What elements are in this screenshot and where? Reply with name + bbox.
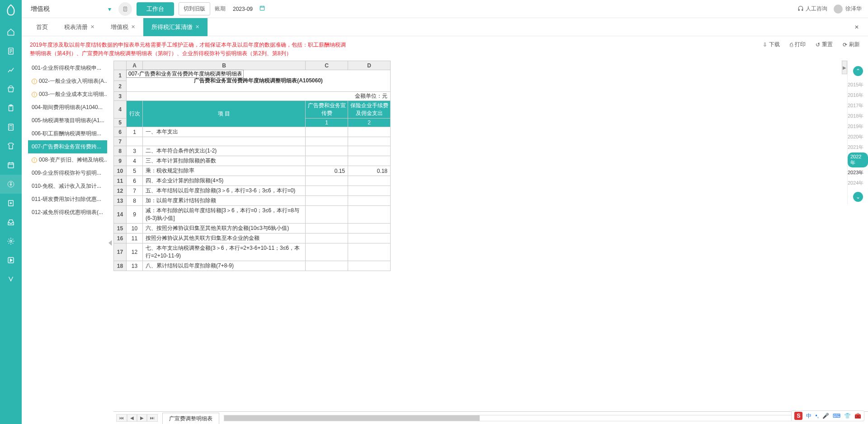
form-list-item[interactable]: 006-职工薪酬纳税调整明细... — [28, 127, 107, 140]
form-list-item[interactable]: !002-一般企业收入明细表(A... — [28, 75, 107, 88]
download-button[interactable]: ⇩下载 — [763, 41, 780, 48]
nav-clipboard-icon[interactable] — [0, 99, 22, 118]
nav-calc-icon[interactable] — [0, 118, 22, 137]
col-header[interactable]: D — [348, 61, 391, 70]
nav-v-icon[interactable] — [0, 270, 22, 289]
row-header[interactable]: 13 — [114, 196, 127, 206]
form-list-item[interactable]: 011-研发费用加计扣除优惠... — [28, 193, 107, 206]
nav-doc-icon[interactable] — [0, 42, 22, 61]
value-cell-c[interactable] — [306, 186, 348, 196]
value-cell-d[interactable] — [348, 156, 391, 166]
col-header[interactable]: A — [127, 61, 143, 70]
year-scroll-up-icon[interactable]: ⌃ — [853, 66, 863, 76]
row-header[interactable]: 12 — [114, 186, 127, 196]
sheet-last-icon[interactable]: ⏭ — [147, 414, 158, 422]
year-item[interactable]: 2024年 — [848, 178, 868, 188]
year-item[interactable]: 2020年 — [848, 132, 868, 142]
circle-doc-button[interactable] — [118, 2, 132, 16]
reset-button[interactable]: ↺重置 — [816, 41, 833, 48]
tab-settlement[interactable]: 所得税汇算清缴✕ — [143, 18, 208, 36]
form-list-item[interactable]: 007-广告费和业务宣传费跨... — [28, 140, 107, 153]
tab-vat[interactable]: 增值税✕ — [103, 18, 143, 36]
row-header[interactable]: 9 — [114, 156, 127, 166]
ime-toolbar[interactable]: S 中 •, 🎤 ⌨ 👕 🧰 — [791, 410, 864, 421]
value-cell-c[interactable] — [306, 176, 348, 186]
value-cell-c[interactable] — [306, 233, 348, 243]
row-header[interactable]: 7 — [114, 137, 127, 146]
sheet-first-icon[interactable]: ⏮ — [116, 414, 127, 422]
row-header[interactable]: 4 — [114, 101, 127, 119]
year-item[interactable]: 2017年 — [848, 100, 868, 111]
row-header[interactable]: 8 — [114, 146, 127, 156]
value-cell-d[interactable] — [348, 206, 391, 224]
value-cell-c[interactable]: 0.15 — [306, 166, 348, 176]
calendar-icon[interactable] — [259, 5, 265, 13]
value-cell-c[interactable] — [306, 196, 348, 206]
year-scroll-down-icon[interactable]: ⌄ — [853, 192, 863, 202]
sidebar-collapse-handle[interactable]: ◀ — [107, 61, 113, 424]
col-header[interactable]: C — [306, 61, 348, 70]
value-cell-d[interactable] — [348, 176, 391, 186]
year-item[interactable]: 2023年 — [848, 167, 868, 178]
year-item[interactable]: 2019年 — [848, 121, 868, 132]
form-list-item[interactable]: !008-资产折旧、摊销及纳税... — [28, 153, 107, 167]
consult-link[interactable]: 人工咨询 — [797, 5, 827, 13]
nav-bag-icon[interactable] — [0, 80, 22, 99]
tab-tax-list[interactable]: 税表清册✕ — [56, 18, 103, 36]
year-item[interactable]: 2016年 — [848, 90, 868, 100]
name-box-input[interactable] — [126, 70, 244, 78]
nav-export-icon[interactable] — [0, 194, 22, 213]
value-cell-c[interactable] — [306, 206, 348, 224]
tab-home[interactable]: 首页 — [28, 18, 56, 36]
value-cell-d[interactable] — [348, 127, 391, 137]
value-cell-d[interactable] — [348, 186, 391, 196]
ime-keyboard-icon[interactable]: ⌨ — [833, 413, 840, 419]
nav-calendar-icon[interactable] — [0, 156, 22, 175]
close-icon[interactable]: ✕ — [90, 24, 94, 30]
row-header[interactable]: 11 — [114, 176, 127, 186]
value-cell-d[interactable] — [348, 243, 391, 261]
year-item[interactable]: 2022年 — [848, 152, 868, 167]
ime-lang[interactable]: 中 — [806, 412, 811, 420]
year-item[interactable]: 2015年 — [848, 80, 868, 90]
expand-panel-handle[interactable]: ▶ — [842, 61, 847, 74]
form-list-item[interactable]: 010-免税、减计收入及加计... — [28, 180, 107, 193]
value-cell-c[interactable] — [306, 146, 348, 156]
row-header[interactable]: 15 — [114, 224, 127, 233]
ime-toolbox-icon[interactable]: 🧰 — [854, 413, 861, 419]
nav-home-icon[interactable] — [0, 23, 22, 42]
sheet-tab[interactable]: 广宣费调整明细表 — [162, 413, 219, 424]
nav-settings-icon[interactable] — [0, 232, 22, 251]
year-item[interactable]: 2021年 — [848, 142, 868, 152]
year-item[interactable]: 2018年 — [848, 111, 868, 121]
value-cell-c[interactable] — [306, 156, 348, 166]
user-menu[interactable]: 徐泽华 — [834, 5, 862, 14]
row-header[interactable]: 10 — [114, 166, 127, 176]
value-cell-d[interactable] — [348, 146, 391, 156]
value-cell-d[interactable] — [348, 137, 391, 146]
corner-cell[interactable] — [114, 61, 127, 70]
value-cell-c[interactable] — [306, 261, 348, 271]
close-icon[interactable]: ✕ — [131, 24, 135, 30]
value-cell-d[interactable] — [348, 233, 391, 243]
ime-skin-icon[interactable]: 👕 — [844, 413, 851, 419]
form-list-item[interactable]: 001-企业所得税年度纳税申... — [28, 62, 107, 75]
value-cell-c[interactable] — [306, 127, 348, 137]
period-value[interactable]: 2023-09 — [233, 6, 253, 12]
value-cell-c[interactable] — [306, 137, 348, 146]
spreadsheet-area[interactable]: A B C D 1广告费和业务宣传费跨年度纳税调整明细表(A105060) 2 … — [113, 61, 868, 411]
module-dropdown[interactable]: 增值税 ▾ — [28, 5, 114, 13]
row-header[interactable]: 3 — [114, 92, 127, 101]
close-icon[interactable]: ✕ — [195, 24, 199, 30]
refresh-button[interactable]: ⟳刷新 — [843, 41, 860, 48]
form-list-item[interactable]: !003-一般企业成本支出明细... — [28, 88, 107, 101]
form-list-item[interactable]: 009-企业所得税弥补亏损明... — [28, 167, 107, 180]
row-header[interactable]: 5 — [114, 119, 127, 127]
row-header[interactable]: 1 — [114, 70, 127, 81]
value-cell-c[interactable] — [306, 224, 348, 233]
workspace-button[interactable]: 工作台 — [137, 2, 174, 16]
horizontal-scrollbar[interactable] — [224, 415, 863, 421]
row-header[interactable]: 6 — [114, 127, 127, 137]
value-cell-d[interactable] — [348, 196, 391, 206]
row-header[interactable]: 16 — [114, 233, 127, 243]
